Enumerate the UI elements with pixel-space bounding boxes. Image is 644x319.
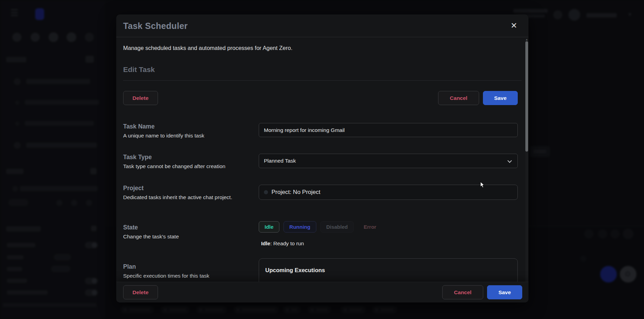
chevron-down-icon: [507, 158, 512, 163]
close-icon[interactable]: ✕: [508, 20, 519, 31]
upcoming-executions-panel: Upcoming Executions: [259, 258, 518, 282]
mouse-cursor: [480, 182, 485, 188]
divider: [123, 80, 522, 81]
cancel-button[interactable]: Cancel: [438, 91, 479, 105]
modal-subtitle: Manage scheduled tasks and automated pro…: [123, 45, 293, 51]
task-type-select[interactable]: Planned Task: [259, 154, 518, 168]
scroll-up-arrow[interactable]: ▲: [525, 38, 528, 41]
footer-cancel-button[interactable]: Cancel: [442, 285, 483, 299]
state-disabled-button[interactable]: Disabled: [320, 221, 354, 233]
state-running-button[interactable]: Running: [284, 221, 316, 233]
state-label: State: [123, 224, 237, 231]
project-description: Dedicated tasks inherit the active chat …: [123, 194, 237, 201]
task-name-input[interactable]: [259, 123, 518, 137]
app-screen: ☰: [0, 0, 644, 319]
footer-save-button[interactable]: Save: [487, 285, 522, 299]
state-error-button[interactable]: Error: [358, 221, 382, 233]
task-type-description: Task type cannot be changed after creati…: [123, 163, 237, 170]
task-name-label: Task Name: [123, 123, 237, 130]
task-name-description: A unique name to identify this task: [123, 132, 237, 140]
modal-footer: Delete Cancel Save: [116, 282, 528, 302]
project-dot-icon: [264, 190, 268, 194]
state-status-term: Idle: [261, 240, 270, 246]
section-title: Edit Task: [123, 65, 155, 74]
state-idle-button[interactable]: Idle: [259, 221, 279, 233]
plan-description: Specific execution times for this task: [123, 272, 237, 280]
footer-delete-button[interactable]: Delete: [123, 285, 158, 299]
state-status-caption: Idle: Ready to run: [261, 240, 304, 247]
modal-scroll-area: Manage scheduled tasks and automated pro…: [116, 37, 528, 282]
modal-scrollbar-thumb[interactable]: [525, 41, 528, 152]
task-type-selected-value: Planned Task: [264, 158, 296, 164]
project-label: Project: [123, 185, 237, 192]
state-button-group: Idle Running Disabled Error: [259, 221, 518, 233]
task-type-label: Task Type: [123, 154, 237, 161]
save-button[interactable]: Save: [483, 91, 518, 105]
project-selected-value: Project: No Project: [271, 189, 320, 196]
state-description: Change the task's state: [123, 233, 237, 240]
modal-title: Task Scheduler: [123, 14, 188, 37]
task-scheduler-modal: Task Scheduler ✕ Manage scheduled tasks …: [116, 14, 528, 302]
project-select[interactable]: Project: No Project: [259, 185, 518, 200]
delete-button[interactable]: Delete: [123, 91, 158, 105]
plan-label: Plan: [123, 263, 237, 270]
upcoming-executions-title: Upcoming Executions: [259, 259, 517, 274]
top-actions-row: Delete Cancel Save: [116, 91, 528, 105]
modal-header: Task Scheduler ✕: [116, 14, 528, 37]
state-status-text: : Ready to run: [270, 240, 304, 246]
